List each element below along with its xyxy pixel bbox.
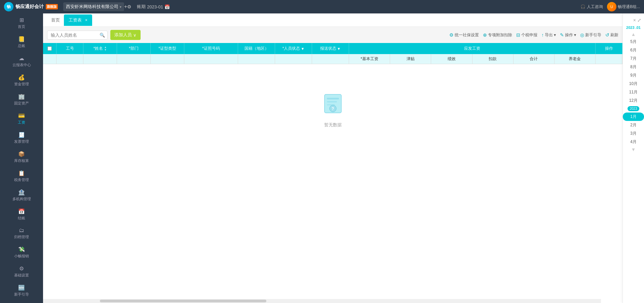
avatar: U — [607, 2, 616, 11]
filter-status-icon[interactable]: ▼ — [301, 47, 304, 51]
search-input[interactable] — [47, 31, 108, 40]
month-scroll-up[interactable]: ▲ — [631, 31, 637, 38]
sidebar-item-inventory[interactable]: 📦 库存核算 — [0, 147, 43, 167]
user-area[interactable]: U 畅理通B组... — [607, 2, 640, 11]
sidebar-label-multi: 多机构管理 — [12, 197, 31, 202]
sidebar-item-settings[interactable]: ⚙ 基础设置 — [0, 262, 43, 281]
sidebar-item-guide[interactable]: 🆕 新手引导 — [0, 281, 43, 300]
empty-text: 暂无数据 — [324, 122, 342, 128]
content-area: 首页 工资表 × 🔍 添加人员 ∨ ⚙ — [43, 13, 622, 303]
th-report: 报送状态 ▼ — [312, 43, 349, 54]
tax-report-icon: ⊟ — [516, 32, 520, 38]
search-icon[interactable]: 🔍 — [100, 33, 105, 38]
svg-rect-1 — [327, 98, 339, 99]
export-dropdown-icon: ▾ — [554, 33, 556, 37]
sub-th-empty2 — [56, 54, 83, 64]
tax-report-button[interactable]: ⊟ 个税申报 — [516, 32, 537, 38]
logo-title: 畅应通好会计 — [15, 4, 44, 10]
support-button[interactable]: 🎧 人工咨询 — [580, 4, 603, 10]
month-item-4[interactable]: 4月 — [623, 138, 644, 146]
tab-close-icon[interactable]: × — [85, 18, 87, 23]
refresh-label: 刷新 — [610, 32, 618, 38]
sidebar-label-close: 结账 — [18, 216, 25, 221]
special-deduction-button[interactable]: ⊕ 专项附加扣除 — [483, 32, 512, 38]
th-name: *姓名 ▲ ▼ — [83, 43, 117, 54]
add-person-button[interactable]: 添加人员 ∨ — [110, 30, 141, 40]
sidebar-item-tax[interactable]: 📋 税务管理 — [0, 167, 43, 186]
table-header: 工号 *姓名 ▲ ▼ *部门 *证型类型 — [43, 43, 622, 54]
home-icon: ⊞ — [20, 17, 24, 23]
sidebar-item-invoice[interactable]: 🧾 发票管理 — [0, 128, 43, 147]
sidebar-label-asset: 固定资产 — [14, 101, 29, 106]
select-all-checkbox[interactable] — [47, 46, 52, 51]
expense-icon: 💸 — [18, 246, 25, 253]
month-item-2[interactable]: 2月 — [623, 121, 644, 129]
calendar-icon[interactable]: 📅 — [164, 4, 170, 9]
sidebar-item-fund[interactable]: 💰 资金管理 — [0, 71, 43, 90]
add-company-button[interactable]: + — [124, 4, 127, 10]
sort-name-icon[interactable]: ▲ ▼ — [104, 46, 107, 51]
account-period-value: 2023-01 — [147, 4, 163, 9]
sidebar-item-multi[interactable]: 🏦 多机构管理 — [0, 186, 43, 205]
scroll-thumb[interactable] — [100, 300, 266, 302]
new-guide-button[interactable]: ◎ 新手引导 — [580, 32, 601, 38]
close-period-icon: 📅 — [18, 208, 25, 215]
guide-action-label: 新手引导 — [585, 32, 601, 38]
ledger-icon: 📒 — [18, 36, 25, 42]
sidebar-item-member[interactable]: ✦ 畅会员 — [0, 300, 43, 303]
sidebar-item-expense[interactable]: 💸 小畅报销 — [0, 243, 43, 262]
month-item-7[interactable]: 7月 — [623, 54, 644, 63]
tax-report-label: 个税申报 — [521, 32, 537, 38]
sub-th-empty1 — [43, 54, 56, 64]
month-item-11[interactable]: 11月 — [623, 88, 644, 96]
sidebar-item-close[interactable]: 📅 结账 — [0, 205, 43, 224]
export-button[interactable]: ↑ 导出 ▾ — [541, 32, 556, 38]
sidebar-item-ledger[interactable]: 📒 总账 — [0, 33, 43, 52]
sub-th-empty7 — [238, 54, 275, 64]
guide-action-icon: ◎ — [580, 32, 584, 38]
sub-th-total: 合计 — [514, 54, 555, 64]
month-scroll-down[interactable]: ▼ — [631, 146, 637, 153]
panel-close-button[interactable]: × — [633, 17, 636, 23]
top-bar: 畅 畅应通好会计 旗舰版 西安虾米网络科技有限公司 ▾ + ⚙ 账期 2023-… — [0, 0, 644, 13]
horizontal-scrollbar[interactable] — [43, 299, 601, 303]
month-item-1[interactable]: 1月 — [623, 113, 644, 121]
month-item-9[interactable]: 9月 — [623, 71, 644, 80]
username-label: 畅理通B组... — [618, 4, 640, 10]
sidebar-label-guide: 新手引导 — [14, 292, 29, 297]
th-status: *人员状态 ▼ — [275, 43, 312, 54]
th-payroll: 应发工资 — [349, 43, 596, 54]
sub-th-empty3 — [83, 54, 117, 64]
sidebar-item-archive[interactable]: 🗂 归档管理 — [0, 224, 43, 243]
month-item-8[interactable]: 8月 — [623, 63, 644, 71]
tab-home[interactable]: 首页 — [47, 14, 64, 26]
fund-icon: 💰 — [18, 74, 25, 81]
social-settings-icon: ⚙ — [449, 32, 454, 38]
base-settings-icon: ⚙ — [19, 265, 24, 272]
th-checkbox[interactable] — [43, 43, 56, 54]
refresh-button[interactable]: ↺ 刷新 — [605, 32, 618, 38]
sidebar-item-cloud[interactable]: ☁ 云报表中心 — [0, 52, 43, 71]
sidebar-label-invoice: 发票管理 — [14, 139, 29, 144]
month-item-10[interactable]: 10月 — [623, 80, 644, 88]
sidebar-item-home[interactable]: ⊞ 首页 — [0, 13, 43, 33]
month-item-5[interactable]: 5月 — [623, 38, 644, 46]
month-item-6[interactable]: 6月 — [623, 46, 644, 54]
company-selector[interactable]: 西安虾米网络科技有限公司 ▾ — [63, 2, 124, 11]
sub-th-performance: 绩效 — [431, 54, 472, 64]
settings-button[interactable]: ⚙ — [127, 4, 131, 9]
filter-report-icon[interactable]: ▼ — [337, 47, 341, 51]
month-item-12[interactable]: 12月 — [623, 96, 644, 105]
sidebar-item-salary[interactable]: 💳 工资 — [0, 109, 43, 128]
social-settings-button[interactable]: ⚙ 统一社保设置 — [449, 32, 479, 38]
operate-button[interactable]: ✎ 操作 ▾ — [560, 32, 576, 38]
sidebar-label-home: 首页 — [18, 24, 25, 29]
invoice-icon: 🧾 — [18, 132, 25, 138]
sidebar-item-asset[interactable]: 🏢 固定资产 — [0, 90, 43, 109]
archive-icon: 🗂 — [19, 227, 24, 233]
tab-salary[interactable]: 工资表 × — [64, 14, 92, 26]
table-container: 工号 *姓名 ▲ ▼ *部门 *证型类型 — [43, 43, 622, 303]
month-item-3[interactable]: 3月 — [623, 129, 644, 138]
panel-expand-button[interactable]: ⤢ — [637, 17, 641, 23]
search-wrap: 🔍 — [47, 31, 108, 40]
